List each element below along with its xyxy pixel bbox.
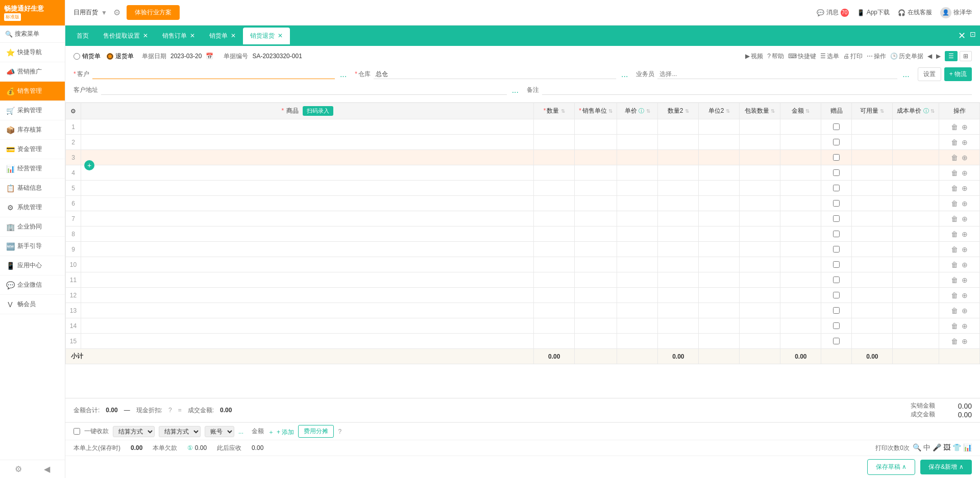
- row-cost-10[interactable]: [893, 257, 939, 272]
- row-qty2-6[interactable]: [658, 196, 699, 211]
- img-icon[interactable]: 🖼: [943, 443, 950, 452]
- row-cost-14[interactable]: [893, 318, 939, 334]
- row-amount-6[interactable]: [780, 196, 821, 211]
- row-price-2[interactable]: [617, 135, 658, 150]
- row-qty-9[interactable]: [534, 242, 575, 257]
- row-unit-15[interactable]: [575, 334, 617, 349]
- calendar-icon[interactable]: 📅: [206, 53, 213, 60]
- row-product-2[interactable]: [81, 135, 534, 150]
- row-qty-12[interactable]: [534, 288, 575, 303]
- sidebar-item-system[interactable]: ⚙ 系统管理: [0, 198, 65, 217]
- delete-row-btn-13[interactable]: 🗑: [950, 306, 959, 316]
- row-qty-13[interactable]: [534, 303, 575, 318]
- row-cost-3[interactable]: [893, 150, 939, 165]
- row-product-4[interactable]: [81, 165, 534, 181]
- price-info-icon[interactable]: ⓘ: [639, 108, 644, 114]
- row-avail-11[interactable]: [852, 272, 893, 288]
- settings-icon[interactable]: ⚙: [15, 464, 22, 474]
- row-price-13[interactable]: [617, 303, 658, 318]
- add-row-btn[interactable]: +: [84, 160, 94, 170]
- row-product-3[interactable]: +: [81, 150, 534, 165]
- row-amount-3[interactable]: [780, 150, 821, 165]
- tab-sales-invoice[interactable]: 销货单 ✕: [202, 28, 243, 44]
- row-price-5[interactable]: [617, 181, 658, 196]
- row-gift-5[interactable]: [821, 181, 852, 196]
- row-avail-14[interactable]: [852, 318, 893, 334]
- row-cost-1[interactable]: [893, 119, 939, 135]
- row-unit-3[interactable]: [575, 150, 617, 165]
- trial-plan-button[interactable]: 体验行业方案: [127, 5, 180, 20]
- help-discount-icon[interactable]: ?: [168, 407, 172, 414]
- row-price-7[interactable]: [617, 211, 658, 227]
- delete-row-btn-7[interactable]: 🗑: [950, 214, 959, 224]
- row-avail-15[interactable]: [852, 334, 893, 349]
- row-product-8[interactable]: [81, 227, 534, 242]
- radio-sale-invoice[interactable]: 销货单: [74, 52, 101, 61]
- row-cost-5[interactable]: [893, 181, 939, 196]
- row-qty2-5[interactable]: [658, 181, 699, 196]
- gift-checkbox-12[interactable]: [833, 292, 840, 298]
- copy-row-btn-15[interactable]: ⊕: [961, 336, 969, 346]
- row-qty2-12[interactable]: [658, 288, 699, 303]
- row-unit2-11[interactable]: [699, 272, 740, 288]
- action-operate[interactable]: ⋯ 操作: [867, 52, 886, 61]
- row-qty-7[interactable]: [534, 211, 575, 227]
- row-qty-2[interactable]: [534, 135, 575, 150]
- qty2-sort-icon[interactable]: ⇅: [685, 108, 689, 114]
- warehouse-input[interactable]: [374, 69, 616, 79]
- row-gift-4[interactable]: [821, 165, 852, 181]
- row-unit-12[interactable]: [575, 288, 617, 303]
- customer-addr-input[interactable]: [101, 85, 507, 95]
- row-product-5[interactable]: [81, 181, 534, 196]
- row-cost-2[interactable]: [893, 135, 939, 150]
- row-unit2-15[interactable]: [699, 334, 740, 349]
- row-cost-15[interactable]: [893, 334, 939, 349]
- row-unit2-13[interactable]: [699, 303, 740, 318]
- copy-row-btn-7[interactable]: ⊕: [961, 214, 969, 224]
- copy-row-btn-5[interactable]: ⊕: [961, 183, 969, 193]
- row-gift-14[interactable]: [821, 318, 852, 334]
- row-amount-5[interactable]: [780, 181, 821, 196]
- text-icon[interactable]: 中: [923, 443, 930, 452]
- row-amount-14[interactable]: [780, 318, 821, 334]
- row-gift-1[interactable]: [821, 119, 852, 135]
- row-price-1[interactable]: [617, 119, 658, 135]
- salesperson-select-icon[interactable]: ...: [902, 70, 909, 79]
- row-product-6[interactable]: [81, 196, 534, 211]
- cost-info-icon[interactable]: ⓘ: [923, 108, 929, 114]
- row-pkg-11[interactable]: [740, 272, 780, 288]
- settings-btn[interactable]: 设置: [918, 67, 941, 81]
- delete-row-btn-2[interactable]: 🗑: [950, 137, 959, 147]
- price-sort-icon[interactable]: ⇅: [646, 108, 650, 114]
- avail-sort-icon[interactable]: ⇅: [880, 108, 884, 114]
- close-tab-icon[interactable]: ✕: [958, 30, 966, 41]
- row-pkg-2[interactable]: [740, 135, 780, 150]
- row-avail-9[interactable]: [852, 242, 893, 257]
- delete-row-btn-10[interactable]: 🗑: [950, 260, 959, 270]
- pkg-sort-icon[interactable]: ⇅: [771, 108, 775, 114]
- copy-row-btn-13[interactable]: ⊕: [961, 306, 969, 316]
- row-unit-2[interactable]: [575, 135, 617, 150]
- row-product-1[interactable]: [81, 119, 534, 135]
- sidebar-item-marketing[interactable]: 📣 营销推广: [0, 62, 65, 82]
- tab-price-extract-close[interactable]: ✕: [143, 32, 148, 39]
- row-unit-14[interactable]: [575, 318, 617, 334]
- unit-sort-icon[interactable]: ⇅: [608, 108, 612, 114]
- row-unit-7[interactable]: [575, 211, 617, 227]
- row-price-10[interactable]: [617, 257, 658, 272]
- this-doc-debt-icon[interactable]: ①: [187, 444, 193, 451]
- row-qty2-13[interactable]: [658, 303, 699, 318]
- row-pkg-8[interactable]: [740, 227, 780, 242]
- row-pkg-15[interactable]: [740, 334, 780, 349]
- copy-row-btn-11[interactable]: ⊕: [961, 275, 969, 285]
- row-price-12[interactable]: [617, 288, 658, 303]
- row-product-15[interactable]: [81, 334, 534, 349]
- row-cost-13[interactable]: [893, 303, 939, 318]
- view-list-btn[interactable]: ☰: [945, 51, 958, 61]
- row-cost-7[interactable]: [893, 211, 939, 227]
- row-qty-8[interactable]: [534, 227, 575, 242]
- radio-sale-invoice-input[interactable]: [74, 53, 80, 60]
- unit2-sort-icon[interactable]: ⇅: [726, 108, 730, 114]
- row-pkg-6[interactable]: [740, 196, 780, 211]
- copy-row-btn-14[interactable]: ⊕: [961, 321, 969, 331]
